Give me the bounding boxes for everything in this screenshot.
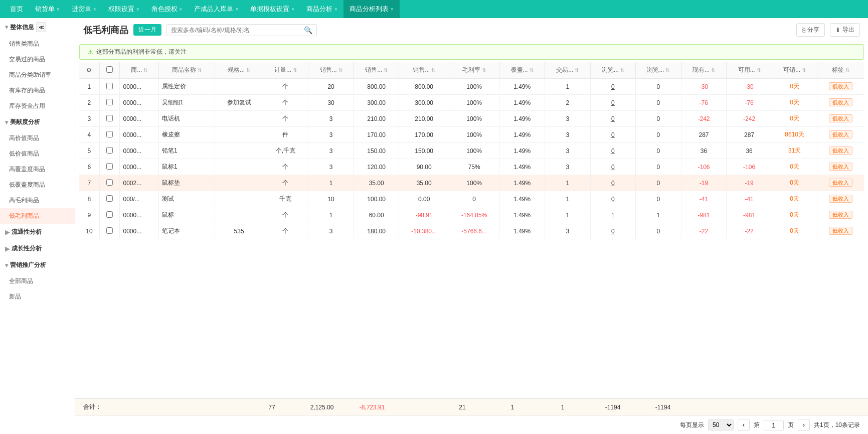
row-browse1[interactable]: 0	[590, 175, 636, 191]
nav-product-analysis[interactable]: 商品分析×	[300, 0, 343, 18]
sidebar-section-growth[interactable]: ▶ 成长性分析	[0, 240, 75, 257]
col-code[interactable]: 商...⇅	[120, 62, 159, 79]
row-select[interactable]	[106, 211, 113, 218]
sidebar-item-all-goods[interactable]: 全部商品	[0, 273, 75, 289]
sidebar-item-traded-goods[interactable]: 交易过的商品	[0, 52, 75, 67]
sidebar-section-beauty[interactable]: ▾ 美献度分析	[0, 114, 75, 130]
col-cover-rate[interactable]: 覆盖...⇅	[499, 62, 545, 79]
row-browse1[interactable]: 0	[590, 111, 636, 127]
col-browse1[interactable]: 浏览...⇅	[590, 62, 636, 79]
sidebar-item-new-goods[interactable]: 新品	[0, 289, 75, 305]
collapse-btn-overall[interactable]: ≪	[36, 22, 46, 32]
row-select[interactable]	[106, 163, 113, 170]
row-select[interactable]	[106, 179, 113, 186]
row-gross-rate: 100%	[449, 127, 499, 143]
nav-sales[interactable]: 销货单×	[29, 0, 66, 18]
sidebar-item-sales-goods[interactable]: 销售类商品	[0, 36, 75, 52]
col-sales-price[interactable]: 销售...⇅	[354, 62, 399, 79]
sidebar-item-high-coverage[interactable]: 高覆盖度商品	[0, 162, 75, 177]
col-name[interactable]: 商品名称⇅	[159, 62, 215, 79]
col-gross-rate[interactable]: 毛利率⇅	[449, 62, 499, 79]
row-checkbox[interactable]	[99, 223, 120, 239]
row-select[interactable]	[106, 147, 113, 154]
nav-purchase-close[interactable]: ×	[93, 7, 96, 12]
sidebar-item-high-margin[interactable]: 高毛利商品	[0, 193, 75, 208]
nav-permission-close[interactable]: ×	[136, 7, 139, 12]
share-button[interactable]: ⎘ 分享	[796, 23, 825, 37]
sidebar-item-category-rate[interactable]: 商品分类助销率	[0, 67, 75, 83]
col-sales-amount[interactable]: 销售...⇅	[399, 62, 449, 79]
sidebar-item-high-value[interactable]: 高价值商品	[0, 130, 75, 146]
row-cover-rate: 1.49%	[499, 159, 545, 175]
row-browse1[interactable]: 1	[590, 207, 636, 223]
row-checkbox[interactable]	[99, 111, 120, 127]
row-checkbox[interactable]	[99, 175, 120, 191]
filter-recent-month-btn[interactable]: 近一月	[133, 24, 161, 36]
row-select[interactable]	[106, 83, 113, 89]
row-name: 鼠标垫	[159, 175, 215, 191]
row-browse1[interactable]: 0	[590, 143, 636, 159]
row-spec	[215, 191, 263, 207]
sidebar-section-circulation[interactable]: ▶ 流通性分析	[0, 224, 75, 240]
col-settings[interactable]: ⚙	[79, 62, 99, 79]
col-current[interactable]: 现有...⇅	[681, 62, 727, 79]
row-browse1[interactable]: 0	[590, 79, 636, 95]
sidebar-section-marketing[interactable]: ▾ 营销推广分析	[0, 257, 75, 273]
sidebar-section-overall[interactable]: ▾ 整体信息 ≪	[0, 18, 75, 36]
row-checkbox[interactable]	[99, 143, 120, 159]
col-browse2[interactable]: 浏览...⇅	[636, 62, 681, 79]
row-select[interactable]	[106, 99, 113, 105]
nav-product-analysis-close[interactable]: ×	[334, 7, 337, 12]
col-sellable[interactable]: 可销...⇅	[772, 62, 817, 79]
nav-product-entry[interactable]: 产成品入库单×	[188, 0, 244, 18]
row-unit: 个	[263, 111, 308, 127]
export-button[interactable]: ⬇ 导出	[830, 23, 860, 37]
col-sales-qty[interactable]: 销售...⇅	[308, 62, 354, 79]
row-select[interactable]	[106, 131, 113, 137]
search-input[interactable]	[171, 27, 304, 34]
search-icon[interactable]: 🔍	[304, 26, 312, 34]
nav-role[interactable]: 角色授权×	[145, 0, 189, 18]
page-prev-btn[interactable]: ‹	[738, 419, 750, 431]
row-checkbox[interactable]	[99, 159, 120, 175]
sidebar-item-stock-goods[interactable]: 有库存的商品	[0, 83, 75, 98]
row-checkbox[interactable]	[99, 95, 120, 111]
per-page-select[interactable]: 50 100 200	[708, 419, 734, 430]
col-tag[interactable]: 标签⇅	[817, 62, 864, 79]
col-trade[interactable]: 交易...⇅	[545, 62, 590, 79]
nav-product-entry-close[interactable]: ×	[235, 7, 238, 12]
nav-home[interactable]: 首页	[4, 0, 29, 18]
row-checkbox[interactable]	[99, 79, 120, 95]
row-checkbox[interactable]	[99, 127, 120, 143]
select-all-checkbox[interactable]	[106, 66, 113, 73]
page-number-input[interactable]	[764, 420, 784, 430]
nav-sales-close[interactable]: ×	[57, 7, 60, 12]
row-sales-amount: 150.00	[399, 143, 449, 159]
nav-list-close[interactable]: ×	[391, 7, 394, 12]
nav-role-close[interactable]: ×	[180, 7, 183, 12]
row-select[interactable]	[106, 115, 113, 121]
sidebar-item-low-coverage[interactable]: 低覆盖度商品	[0, 177, 75, 193]
row-browse1[interactable]: 0	[590, 223, 636, 239]
row-checkbox[interactable]	[99, 191, 120, 207]
row-select[interactable]	[106, 227, 113, 234]
row-browse1[interactable]: 0	[590, 127, 636, 143]
sidebar-item-stock-capital[interactable]: 库存资金占用	[0, 98, 75, 114]
sidebar-item-low-margin[interactable]: 低毛利商品	[0, 208, 75, 224]
nav-permission[interactable]: 权限设置×	[102, 0, 145, 18]
col-spec[interactable]: 规格...⇅	[215, 62, 263, 79]
nav-template-close[interactable]: ×	[291, 7, 294, 12]
row-checkbox[interactable]	[99, 207, 120, 223]
col-available[interactable]: 可用...⇅	[727, 62, 772, 79]
nav-product-analysis-list[interactable]: 商品分析列表×	[343, 0, 400, 18]
page-next-btn[interactable]: ›	[798, 419, 810, 431]
nav-purchase[interactable]: 进货单×	[66, 0, 102, 18]
nav-template[interactable]: 单据模板设置×	[244, 0, 300, 18]
row-browse1[interactable]: 0	[590, 159, 636, 175]
sidebar-item-low-value[interactable]: 低价值商品	[0, 146, 75, 162]
row-browse1[interactable]: 0	[590, 191, 636, 207]
row-select[interactable]	[106, 195, 113, 202]
col-unit[interactable]: 计量...⇅	[263, 62, 308, 79]
row-unit: 千克	[263, 191, 308, 207]
row-browse1[interactable]: 0	[590, 95, 636, 111]
